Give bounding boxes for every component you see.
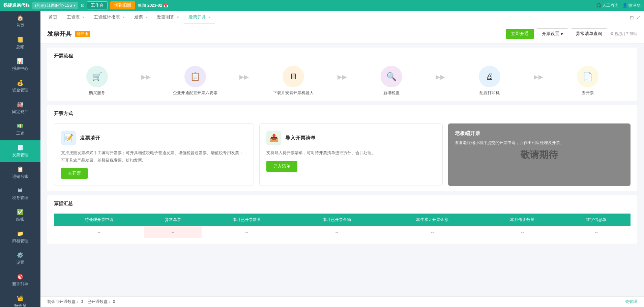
add-tax-icon: 🔍 xyxy=(381,66,402,87)
tab-salary-table[interactable]: 工资表 × xyxy=(62,11,89,24)
page-header: 发票开具 待开通 立即开通 开票设置 ▾ 异常清单查询 ⚙ 视频 | ? xyxy=(40,24,644,44)
manage-link[interactable]: 去管理 xyxy=(625,299,637,305)
col-header-0: 待处理开票申请 xyxy=(54,214,144,226)
sidebar-item-archive[interactable]: 📁 归档管理 xyxy=(0,226,40,248)
workspace-button[interactable]: 工作台 xyxy=(87,1,108,9)
flow-step-tax: 🔍 新增税盘 xyxy=(348,66,434,96)
period-selector[interactable]: 账期 2023-02 📅 xyxy=(138,3,169,8)
setup-enterprise-label: 企业开通配置开票六要素 xyxy=(173,90,217,96)
bottom-bar: 剩余可开通数盘： 0 已开通数盘： 0 去管理 xyxy=(40,296,644,307)
sidebar-item-home[interactable]: 🏠 首页 xyxy=(0,11,40,32)
sidebar-item-reports[interactable]: 📊 报表中心 xyxy=(0,54,40,76)
opened-label: 已开通数盘： xyxy=(87,299,112,304)
method-cards: 📝 发票填开 支持按照发票样式手工填写开发票；可开具增值税电子普通发票、增值税普… xyxy=(54,123,631,186)
config-printer-icon: 🖨 xyxy=(479,66,500,87)
headset-icon: 🎧 xyxy=(596,3,601,8)
tax-icon: 🏛 xyxy=(18,188,23,194)
person-icon: 👤 xyxy=(622,3,627,8)
method-card-import-header: 📥 导入开票清单 xyxy=(266,131,435,145)
page-title: 发票开具 xyxy=(47,30,71,38)
sidebar-item-assets[interactable]: 🏭 固定资产 xyxy=(0,97,40,119)
open-settings-button[interactable]: 开票设置 ▾ xyxy=(537,28,568,39)
method-card-fill-header: 📝 发票填开 xyxy=(61,131,247,145)
tab-invoice-tool[interactable]: 发票开具 × xyxy=(184,11,215,24)
funds-icon: 💰 xyxy=(17,80,24,86)
tab-expand-button[interactable]: ⤢ xyxy=(637,15,641,20)
open-invoice-icon: 📄 xyxy=(577,66,598,87)
immediate-open-button[interactable]: 立即开通 xyxy=(506,29,534,39)
fill-card-desc: 支持按照发票样式手工填写开发票；可开具增值税电子普通发票、增值税普通发票、增值税… xyxy=(61,149,247,164)
video-help-link[interactable]: ⚙ 视频 | ? 帮助 xyxy=(610,31,637,37)
summary-row: -- -- -- -- -- -- -- xyxy=(54,226,631,238)
import-card-btn[interactable]: 导入清单 xyxy=(266,161,297,172)
summary-section: 票据汇总 待处理开票申请 异常单票 本月已开票数量 本月已开票金额 本年累计开票… xyxy=(47,195,637,244)
switch-old-button[interactable]: 切到旧版 xyxy=(110,1,135,9)
tab-home-label: 首页 xyxy=(49,14,57,20)
tab-invoice-close[interactable]: × xyxy=(145,15,147,19)
sidebar-item-invoice[interactable]: 🧾 发票管理 xyxy=(0,140,40,162)
avatar[interactable]: 👤 徐泽华 xyxy=(622,3,641,8)
col-header-3: 本月已开票金额 xyxy=(292,214,382,226)
flow-arrow-2: ▶▶ xyxy=(239,73,249,89)
invoice-icon: 🧾 xyxy=(17,144,24,151)
reports-icon: 📊 xyxy=(17,58,24,64)
company-selector[interactable]: (勾副) 江西服宝-LSS ▾ xyxy=(32,2,78,9)
help-label: 帮助 xyxy=(629,31,637,37)
user-service[interactable]: 🎧 人工咨询 xyxy=(596,3,618,8)
tab-invoice-calc-close[interactable]: × xyxy=(177,15,179,19)
import-card-desc: 支持导入待开票清单，可对待开票清单进行拆分、合并处理。 xyxy=(266,149,435,157)
newbie-icon: 🎯 xyxy=(17,274,24,280)
tab-salary-table-close[interactable]: × xyxy=(82,15,84,19)
col-header-4: 本年累计开票金额 xyxy=(382,214,483,226)
flow-step-download: 🖥 下载并安装开票机器人 xyxy=(250,66,336,96)
sidebar-item-vip[interactable]: 👑 畅会员 xyxy=(0,291,40,307)
summary-cell-0: -- xyxy=(54,226,144,238)
fill-card-btn[interactable]: 去开票 xyxy=(61,168,88,179)
method-section-title: 开票方式 xyxy=(54,111,631,118)
sidebar-item-reconcile[interactable]: ✅ 结账 xyxy=(0,205,40,226)
summary-table: 待处理开票申请 异常单票 本月已开票数量 本月已开票金额 本年累计开票金额 本月… xyxy=(54,214,631,238)
open-settings-label: 开票设置 xyxy=(542,31,559,37)
assets-icon: 🏭 xyxy=(17,101,24,108)
sidebar-item-funds[interactable]: 💰 资金管理 xyxy=(0,76,40,97)
sidebar-item-salary[interactable]: 💵 工资 xyxy=(0,119,40,140)
summary-cell-3: -- xyxy=(292,226,382,238)
method-section: 开票方式 📝 发票填开 支持按照发票样式手工填写开发票；可开具增值税电子普通发票… xyxy=(47,105,637,191)
flow-arrow-1: ▶▶ xyxy=(141,73,151,89)
tab-salary-stats[interactable]: 工资统计报表 × xyxy=(89,11,129,24)
header-actions: 立即开通 开票设置 ▾ 异常清单查询 ⚙ 视频 | ? 帮助 xyxy=(506,28,637,39)
tab-invoice-calc-label: 发票测算 xyxy=(157,14,174,20)
abnormal-query-button[interactable]: 异常清单查询 xyxy=(571,28,607,39)
sidebar-item-purchase[interactable]: 📋 进销台账 xyxy=(0,162,40,184)
tab-invoice[interactable]: 发票 × xyxy=(129,11,152,24)
summary-cell-2: -- xyxy=(202,226,292,238)
tab-invoice-tool-close[interactable]: × xyxy=(208,15,210,19)
import-card-icon: 📥 xyxy=(266,131,281,145)
tab-invoice-calc[interactable]: 发票测算 × xyxy=(152,11,183,24)
sidebar-item-ledger[interactable]: 📒 总账 xyxy=(0,32,40,54)
flow-section-title: 开票流程 xyxy=(54,53,631,60)
top-bar: 畅捷通易代账 (勾副) 江西服宝-LSS ▾ ⊡ 工作台 切到旧版 账期 202… xyxy=(0,0,644,11)
view-label: 视频 xyxy=(615,31,623,37)
tab-restore-button[interactable]: ⊡ xyxy=(630,15,634,20)
download-robot-label: 下载并安装开票机器人 xyxy=(273,90,314,96)
settings-icon: ⚙️ xyxy=(17,252,24,258)
company-name: (勾副) 江西服宝-LSS xyxy=(35,3,72,8)
method-card-boss: 老板端开票 查看老板端小程序提交的开票申请，并作出相应处理及开票。 敬请期待 xyxy=(448,123,631,186)
copy-icon[interactable]: ⊡ xyxy=(81,3,84,8)
tab-salary-stats-close[interactable]: × xyxy=(122,15,124,19)
tab-right-actions: ⊡ ⤢ xyxy=(630,15,641,20)
video-icon: ⚙ xyxy=(610,31,614,36)
period-label: 账期 xyxy=(138,3,146,8)
sidebar-label-assets: 固定资产 xyxy=(12,109,28,115)
tab-home[interactable]: 首页 xyxy=(44,11,62,24)
config-printer-label: 配置打印机 xyxy=(479,90,500,96)
ledger-icon: 📒 xyxy=(17,36,24,43)
flow-arrow-5: ▶▶ xyxy=(534,73,543,89)
page-content: 发票开具 待开通 立即开通 开票设置 ▾ 异常清单查询 ⚙ 视频 | ? xyxy=(40,24,644,296)
vip-icon: 👑 xyxy=(17,295,24,302)
sidebar-label-home: 首页 xyxy=(16,23,24,28)
sidebar-item-settings[interactable]: ⚙️ 设置 xyxy=(0,248,40,270)
sidebar-item-newbie[interactable]: 🎯 新手引导 xyxy=(0,270,40,291)
sidebar-item-tax[interactable]: 🏛 税务管理 xyxy=(0,184,40,205)
